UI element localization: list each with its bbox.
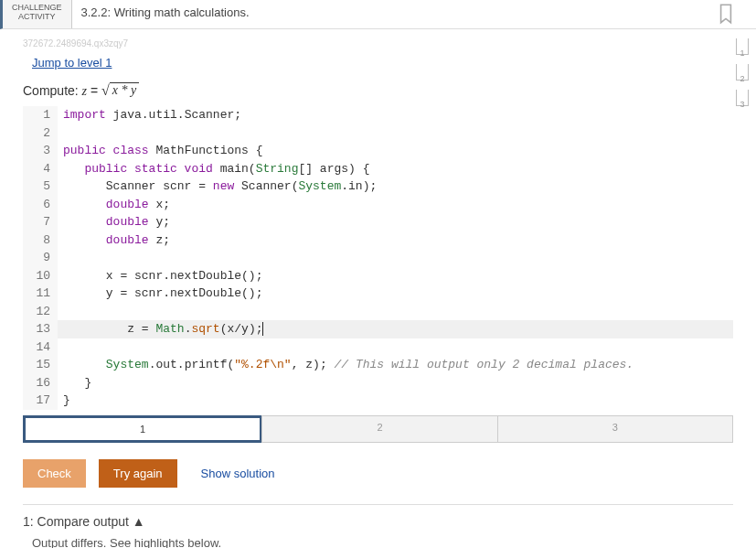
step-tab-2[interactable]: 2: [261, 415, 497, 443]
line-number: 6: [23, 196, 58, 214]
code-line[interactable]: 7 double y;: [23, 213, 733, 231]
code-content[interactable]: x = scnr.nextDouble();: [58, 267, 733, 285]
code-line[interactable]: 13 z = Math.sqrt(x/y);: [23, 320, 733, 338]
line-number: 3: [23, 142, 58, 160]
show-solution-link[interactable]: Show solution: [201, 467, 275, 480]
code-line[interactable]: 17}: [23, 392, 733, 410]
bookmark-icon[interactable]: [714, 0, 738, 28]
diff-message: Output differs. See highlights below.: [23, 536, 733, 549]
line-number: 12: [23, 303, 58, 321]
line-number: 9: [23, 249, 58, 267]
code-line[interactable]: 4 public static void main(String[] args)…: [23, 160, 733, 178]
code-content[interactable]: double y;: [58, 213, 733, 231]
line-number: 10: [23, 267, 58, 285]
code-editor[interactable]: 1import java.util.Scanner;23public class…: [23, 106, 733, 410]
code-line[interactable]: 5 Scanner scnr = new Scanner(System.in);: [23, 177, 733, 196]
code-content[interactable]: }: [58, 392, 733, 410]
code-content[interactable]: System.out.printf("%.2f\n", z); // This …: [58, 356, 733, 374]
side-step-2: 2: [736, 64, 749, 81]
line-number: 15: [23, 356, 58, 374]
code-content[interactable]: Scanner scnr = new Scanner(System.in);: [58, 177, 733, 196]
check-button[interactable]: Check: [23, 459, 86, 488]
step-tab-3[interactable]: 3: [497, 415, 733, 443]
code-line[interactable]: 10 x = scnr.nextDouble();: [23, 267, 733, 285]
line-number: 2: [23, 124, 58, 143]
line-number: 8: [23, 231, 58, 250]
line-number: 1: [23, 106, 58, 124]
chevron-up-icon: ▲: [133, 514, 145, 529]
line-number: 11: [23, 285, 58, 303]
side-step-1: 1: [736, 38, 749, 55]
code-content[interactable]: [58, 303, 733, 321]
compare-output-header[interactable]: 1: Compare output ▲: [23, 514, 733, 529]
code-line[interactable]: 6 double x;: [23, 196, 733, 214]
try-again-button[interactable]: Try again: [99, 459, 177, 488]
code-line[interactable]: 1import java.util.Scanner;: [23, 106, 733, 124]
divider: [23, 504, 733, 505]
line-number: 17: [23, 392, 58, 410]
code-line[interactable]: 3public class MathFunctions {: [23, 142, 733, 160]
code-content[interactable]: double x;: [58, 196, 733, 214]
code-content[interactable]: public class MathFunctions {: [58, 142, 733, 160]
code-content[interactable]: [58, 249, 733, 267]
code-content[interactable]: z = Math.sqrt(x/y);: [58, 320, 733, 338]
code-line[interactable]: 11 y = scnr.nextDouble();: [23, 285, 733, 303]
code-line[interactable]: 14: [23, 338, 733, 357]
code-content[interactable]: import java.util.Scanner;: [58, 106, 733, 124]
progress-sidebar: 1 2 3: [736, 38, 749, 106]
line-number: 4: [23, 160, 58, 178]
side-step-3: 3: [736, 90, 749, 106]
line-number: 5: [23, 177, 58, 196]
code-line[interactable]: 12: [23, 303, 733, 321]
line-number: 14: [23, 338, 58, 357]
tiny-id: 372672.2489694.qx3zqy7: [23, 38, 733, 48]
compute-prompt: Compute: z = √x * y: [23, 82, 733, 99]
code-content[interactable]: y = scnr.nextDouble();: [58, 285, 733, 303]
line-number: 7: [23, 213, 58, 231]
code-line[interactable]: 16 }: [23, 374, 733, 392]
code-content[interactable]: [58, 338, 733, 357]
code-line[interactable]: 2: [23, 124, 733, 143]
jump-to-level-link[interactable]: Jump to level 1: [32, 56, 112, 70]
step-tabs: 1 2 3: [23, 415, 733, 443]
line-number: 13: [23, 320, 58, 338]
challenge-badge: CHALLENGE ACTIVITY: [3, 0, 72, 28]
code-line[interactable]: 9: [23, 249, 733, 267]
activity-title: 3.2.2: Writing math calculations.: [72, 0, 259, 28]
code-content[interactable]: public static void main(String[] args) {: [58, 160, 733, 178]
code-content[interactable]: double z;: [58, 231, 733, 250]
line-number: 16: [23, 374, 58, 392]
code-line[interactable]: 8 double z;: [23, 231, 733, 250]
code-content[interactable]: [58, 124, 733, 143]
step-tab-1[interactable]: 1: [23, 415, 262, 443]
code-content[interactable]: }: [58, 374, 733, 392]
code-line[interactable]: 15 System.out.printf("%.2f\n", z); // Th…: [23, 356, 733, 374]
